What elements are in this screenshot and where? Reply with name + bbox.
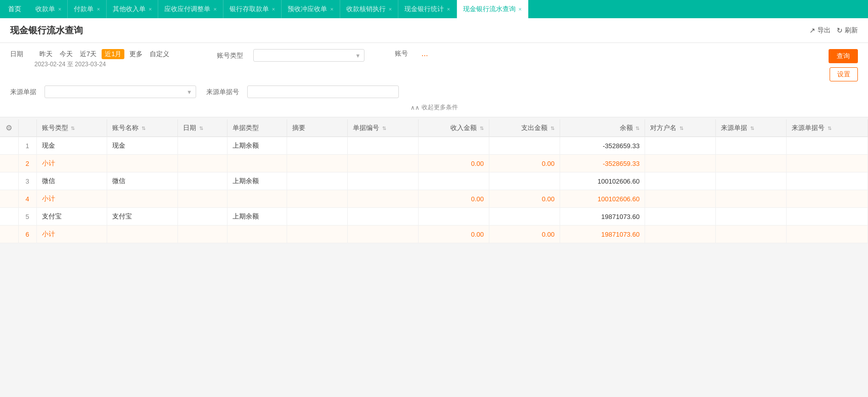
nav-tab-bank-stats[interactable]: 现金银行统计 × — [398, 0, 456, 18]
table-row: 3微信微信上期余额100102606.60 — [0, 172, 868, 190]
account-type-select[interactable] — [253, 49, 364, 62]
table-cell — [716, 190, 787, 208]
date-opt-yesterday[interactable]: 昨天 — [37, 49, 55, 59]
table-cell — [419, 208, 489, 226]
table-cell — [489, 137, 560, 155]
table-cell: -3528659.33 — [560, 137, 645, 155]
table-cell — [489, 172, 560, 190]
table-cell: 0.00 — [489, 155, 560, 172]
nav-tab-adjustment[interactable]: 应收应付调整单 × — [158, 0, 223, 18]
table-cell: 支付宝 — [36, 208, 107, 226]
col-counterparty[interactable]: 对方户名 ⇅ — [645, 119, 716, 137]
table-cell: 0.00 — [489, 226, 560, 243]
table-cell: 5 — [18, 208, 36, 226]
date-opt-more[interactable]: 更多 — [127, 49, 145, 59]
account-dots-button[interactable]: ... — [421, 49, 428, 58]
table-cell: 小计 — [36, 190, 107, 208]
table-cell: 100102606.60 — [560, 190, 645, 208]
sort-icon: ⇅ — [750, 125, 754, 131]
table-cell — [0, 172, 18, 190]
close-icon[interactable]: × — [330, 6, 333, 12]
table-cell: 2 — [18, 155, 36, 172]
export-icon: ↗ — [809, 26, 815, 34]
table-cell — [0, 226, 18, 243]
source-doc-num-input[interactable] — [247, 85, 399, 98]
table-cell — [178, 155, 227, 172]
col-balance[interactable]: 余额 ⇅ — [560, 119, 645, 137]
table-cell — [227, 155, 287, 172]
nav-tab-bank-flow[interactable]: 现金银行流水查询 × — [457, 0, 528, 18]
date-opt-1month[interactable]: 近1月 — [102, 49, 124, 59]
table-cell — [287, 190, 348, 208]
nav-tab-receipt[interactable]: 收款单 × — [29, 0, 68, 18]
data-table-wrap: ⚙ 账号类型 ⇅ 账号名称 ⇅ 日期 ⇅ 单据类型 — [0, 119, 868, 243]
table-cell — [716, 226, 787, 243]
settings-button[interactable]: 设置 — [830, 67, 858, 81]
table-cell: 上期余额 — [227, 208, 287, 226]
col-doc-number[interactable]: 单据编号 ⇅ — [348, 119, 419, 137]
table-cell: 6 — [18, 226, 36, 243]
table-cell — [107, 155, 178, 172]
sort-icon: ⇅ — [71, 125, 75, 131]
collapse-up-icon: ∧∧ — [410, 104, 420, 111]
col-num — [18, 119, 36, 137]
close-icon[interactable]: × — [389, 6, 392, 12]
close-icon[interactable]: × — [213, 6, 216, 12]
col-source-doc-num[interactable]: 来源单据号 ⇅ — [787, 119, 868, 137]
col-income[interactable]: 收入金额 ⇅ — [419, 119, 489, 137]
close-icon[interactable]: × — [519, 6, 522, 12]
nav-tab-other-income[interactable]: 其他收入单 × — [107, 0, 158, 18]
collapse-label: 收起更多条件 — [422, 103, 458, 112]
table-row: 5支付宝支付宝上期余额19871073.60 — [0, 208, 868, 226]
date-opt-custom[interactable]: 自定义 — [148, 49, 171, 59]
table-cell — [716, 208, 787, 226]
table-row: 1现金现金上期余额-3528659.33 — [0, 137, 868, 155]
collapse-bar[interactable]: ∧∧ 收起更多条件 — [10, 101, 858, 113]
source-doc-group: 来源单据 ▼ — [10, 85, 196, 98]
table-cell — [348, 190, 419, 208]
table-cell — [348, 137, 419, 155]
sort-icon: ⇅ — [828, 125, 832, 131]
table-cell: 19871073.60 — [560, 226, 645, 243]
table-cell: 1 — [18, 137, 36, 155]
table-cell: 3 — [18, 172, 36, 190]
table-cell: 小计 — [36, 226, 107, 243]
nav-tab-bank-deposit[interactable]: 银行存取款单 × — [223, 0, 282, 18]
date-opt-7days[interactable]: 近7天 — [78, 49, 99, 59]
sort-icon: ⇅ — [199, 125, 203, 131]
refresh-button[interactable]: ↻ 刷新 — [837, 26, 858, 35]
col-date[interactable]: 日期 ⇅ — [178, 119, 227, 137]
close-icon[interactable]: × — [149, 6, 152, 12]
close-icon[interactable]: × — [272, 6, 275, 12]
nav-tab-advance[interactable]: 预收冲应收单 × — [282, 0, 340, 18]
gear-icon[interactable]: ⚙ — [6, 123, 12, 132]
table-cell: 现金 — [36, 137, 107, 155]
table-cell — [107, 226, 178, 243]
nav-tab-payment[interactable]: 付款单 × — [68, 0, 106, 18]
table-header-row: ⚙ 账号类型 ⇅ 账号名称 ⇅ 日期 ⇅ 单据类型 — [0, 119, 868, 137]
close-icon[interactable]: × — [58, 6, 61, 12]
nav-tab-verification[interactable]: 收款核销执行 × — [340, 0, 398, 18]
table-cell: 0.00 — [419, 226, 489, 243]
query-button[interactable]: 查询 — [829, 49, 858, 63]
date-opt-today[interactable]: 今天 — [58, 49, 75, 59]
col-source-doc[interactable]: 来源单据 ⇅ — [716, 119, 787, 137]
table-cell — [0, 155, 18, 172]
close-icon[interactable]: × — [97, 6, 100, 12]
source-doc-select[interactable] — [44, 85, 196, 98]
header-actions: ↗ 导出 ↻ 刷新 — [809, 26, 858, 35]
export-button[interactable]: ↗ 导出 — [809, 26, 831, 35]
table-cell — [787, 226, 868, 243]
table-cell — [716, 137, 787, 155]
col-expense[interactable]: 支出金额 ⇅ — [489, 119, 560, 137]
table-cell — [0, 190, 18, 208]
filter-area: 日期 昨天 今天 近7天 近1月 更多 自定义 2023-02-24 至 202… — [0, 43, 868, 117]
col-account-name[interactable]: 账号名称 ⇅ — [107, 119, 178, 137]
source-doc-select-wrap: ▼ — [44, 85, 196, 98]
col-account-type[interactable]: 账号类型 ⇅ — [36, 119, 107, 137]
close-icon[interactable]: × — [447, 6, 450, 12]
table-cell — [348, 155, 419, 172]
nav-home[interactable]: 首页 — [0, 0, 29, 18]
sort-icon: ⇅ — [480, 125, 484, 131]
page-title: 现金银行流水查询 — [10, 24, 83, 36]
